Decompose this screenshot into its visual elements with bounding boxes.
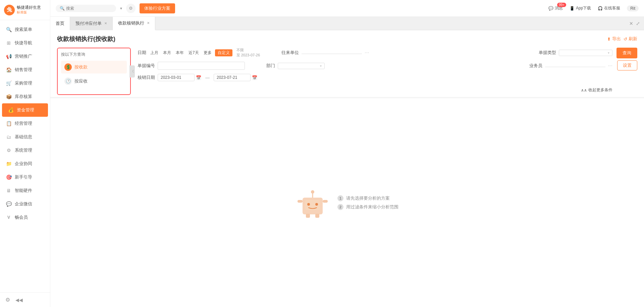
settings-bottom-icon[interactable]: ⚙ bbox=[5, 297, 10, 303]
sidebar-item-member[interactable]: V 畅会员 bbox=[0, 211, 50, 224]
filter-receivable-label: 按应收 bbox=[74, 78, 88, 84]
search-input[interactable] bbox=[66, 6, 112, 11]
maximize-tab-icon[interactable]: ⤢ bbox=[636, 21, 640, 26]
marketing-icon: 📢 bbox=[5, 53, 12, 60]
page-header: 收款核销执行(按收款) ⬆ 导出 ↺ 刷新 bbox=[50, 30, 644, 43]
collapse-up-icon: ∧∧ bbox=[581, 88, 587, 93]
filter-fields-container: 日期 上月 本月 本年 近7天 更多 自定义 bbox=[131, 48, 637, 95]
writeoff-start-calendar-icon[interactable]: 📅 bbox=[196, 75, 201, 80]
export-label: 导出 bbox=[612, 36, 621, 42]
sidebar-item-search[interactable]: 🔍 搜索菜单 bbox=[0, 23, 50, 36]
sidebar-label-guide: 新手引导 bbox=[15, 174, 32, 180]
tab-collection-close[interactable]: ✕ bbox=[147, 21, 150, 25]
tab-prepay-close[interactable]: ✕ bbox=[104, 21, 107, 25]
staff-label: 业务员 bbox=[529, 63, 542, 69]
collapse-more-button[interactable]: ∧∧ 收起更多条件 bbox=[138, 85, 612, 95]
tab-collection[interactable]: 收款核销执行 ✕ bbox=[113, 17, 155, 30]
settings-button[interactable]: 设置 bbox=[617, 60, 637, 70]
industry-solution-button[interactable]: 体验行业方案 bbox=[140, 3, 175, 13]
query-button[interactable]: 查询 bbox=[616, 48, 637, 58]
message-button[interactable]: 💬 消息 99+ bbox=[548, 5, 563, 11]
date-this-year[interactable]: 本年 bbox=[174, 49, 185, 56]
brand-text: 畅捷通好生意 标准版 bbox=[17, 5, 41, 15]
filter-by-receivable[interactable]: 🕐 按应收 bbox=[61, 75, 127, 88]
sales-icon: 🏠 bbox=[5, 66, 12, 73]
sidebar-item-enterprise[interactable]: 📁 企业协同 bbox=[0, 157, 50, 170]
counterpart-dots-button[interactable]: ··· bbox=[365, 50, 369, 56]
sidebar-label-search: 搜索菜单 bbox=[15, 27, 32, 33]
writeoff-end-calendar-icon[interactable]: 📅 bbox=[252, 75, 257, 80]
docnum-input[interactable] bbox=[158, 62, 245, 70]
date-more[interactable]: 更多 bbox=[202, 49, 213, 56]
date-last-month[interactable]: 上月 bbox=[149, 49, 160, 56]
docnum-label: 单据编号 bbox=[138, 63, 155, 69]
sidebar-item-guide[interactable]: 🎯 新手引导 bbox=[0, 170, 50, 184]
sidebar-item-system[interactable]: ⚙ 系统管理 bbox=[0, 144, 50, 157]
empty-robot-illustration bbox=[296, 186, 329, 219]
sidebar-item-quick-nav[interactable]: ⊞ 快捷导航 bbox=[0, 36, 50, 50]
writeoff-date-group: 核销日期 📅 — 📅 bbox=[138, 74, 257, 81]
filter-row-writeoff: 核销日期 📅 — 📅 bbox=[138, 74, 612, 81]
robot-svg bbox=[296, 186, 329, 219]
collapse-sidebar-icon[interactable]: ◀◀ bbox=[15, 297, 23, 303]
tab-prepay[interactable]: 预付冲应付单 ✕ bbox=[70, 17, 113, 30]
search-box[interactable]: 🔍 bbox=[56, 5, 116, 12]
sidebar-label-operations: 经营管理 bbox=[15, 120, 32, 126]
export-button[interactable]: ⬆ 导出 bbox=[607, 36, 621, 42]
svg-point-3 bbox=[315, 203, 318, 206]
service-icon: 🎧 bbox=[598, 6, 603, 11]
collapse-filter-button[interactable]: 《 bbox=[129, 65, 135, 78]
sidebar-label-basics: 基础信息 bbox=[15, 134, 32, 140]
sidebar-label-enterprise: 企业协同 bbox=[15, 161, 32, 167]
hardware-icon: 🖥 bbox=[5, 187, 12, 194]
doctype-select[interactable]: ▾ bbox=[559, 50, 612, 56]
writeoff-start-wrap: 📅 bbox=[158, 74, 201, 81]
sidebar-item-inventory[interactable]: 📦 库存核算 bbox=[0, 90, 50, 103]
filter-by-receipt[interactable]: 💲 按收款 bbox=[61, 61, 127, 73]
sidebar: 兔 畅捷通好生意 标准版 🔍 搜索菜单 ⊞ 快捷导航 📢 营销推广 🏠 销售管理… bbox=[0, 0, 50, 307]
app-download-button[interactable]: 📱 App下载 bbox=[570, 5, 591, 11]
settings-gear-button[interactable]: ⚙ bbox=[126, 4, 136, 13]
page-actions: ⬆ 导出 ↺ 刷新 bbox=[607, 36, 637, 42]
online-service-button[interactable]: 🎧 在线客服 bbox=[598, 5, 620, 11]
user-profile-button[interactable]: Rit bbox=[627, 5, 639, 11]
sidebar-item-operations[interactable]: 📋 经营管理 bbox=[0, 117, 50, 130]
service-label: 在线客服 bbox=[604, 5, 620, 11]
doctype-arrow: ▾ bbox=[608, 51, 609, 55]
topbar-right: 💬 消息 99+ 📱 App下载 🎧 在线客服 Rit bbox=[548, 5, 639, 11]
staff-field-group: 业务员 ··· bbox=[529, 63, 612, 69]
svg-rect-8 bbox=[298, 200, 303, 203]
sidebar-item-wechat[interactable]: 💬 企业微信 bbox=[0, 197, 50, 211]
writeoff-start-input[interactable] bbox=[158, 74, 195, 81]
sidebar-item-hardware[interactable]: 🖥 智能硬件 bbox=[0, 184, 50, 197]
svg-point-5 bbox=[311, 190, 314, 194]
empty-state-area: 1 请先选择要分析的方案 2 用过滤条件来缩小分析范围 bbox=[50, 98, 644, 307]
sidebar-item-finance[interactable]: 💰 资金管理 bbox=[2, 103, 48, 117]
doctype-field-group: 单据类型 ▾ bbox=[539, 50, 612, 56]
system-icon: ⚙ bbox=[5, 147, 12, 154]
writeoff-end-input[interactable] bbox=[214, 74, 251, 81]
filter-type-panel: 按以下方查询 💲 按收款 🕐 按应收 《 bbox=[57, 48, 131, 95]
search-dropdown-arrow[interactable]: ▾ bbox=[120, 6, 122, 11]
date-this-month[interactable]: 本月 bbox=[162, 49, 172, 56]
sidebar-item-sales[interactable]: 🏠 销售管理 bbox=[0, 63, 50, 76]
refresh-button[interactable]: ↺ 刷新 bbox=[624, 36, 637, 42]
sidebar-item-marketing[interactable]: 📢 营销推广 bbox=[0, 50, 50, 63]
date-custom[interactable]: 自定义 bbox=[215, 49, 232, 56]
brand-name: 畅捷通好生意 bbox=[17, 5, 41, 10]
dept-field-group: 部门 ▾ bbox=[266, 63, 325, 69]
staff-dots-button[interactable]: ··· bbox=[608, 63, 612, 69]
sidebar-item-basics[interactable]: 🗂 基础信息 bbox=[0, 130, 50, 144]
sidebar-label-inventory: 库存核算 bbox=[15, 94, 32, 100]
date-to-label: 至 2023-07-26 bbox=[236, 53, 260, 58]
tabs-bar: 首页 预付冲应付单 ✕ 收款核销执行 ✕ ✕ ⤢ bbox=[50, 17, 644, 30]
sidebar-label-member: 畅会员 bbox=[15, 214, 28, 220]
close-tab-icon[interactable]: ✕ bbox=[629, 21, 633, 26]
dept-select[interactable]: ▾ bbox=[278, 63, 325, 69]
writeoff-date-dash: — bbox=[205, 75, 210, 80]
date-options-group: 上月 本月 本年 近7天 更多 自定义 bbox=[149, 49, 232, 56]
basics-icon: 🗂 bbox=[5, 134, 12, 140]
tab-home[interactable]: 首页 bbox=[50, 17, 70, 30]
sidebar-item-purchase[interactable]: 🛒 采购管理 bbox=[0, 76, 50, 90]
date-7days[interactable]: 近7天 bbox=[187, 49, 200, 56]
